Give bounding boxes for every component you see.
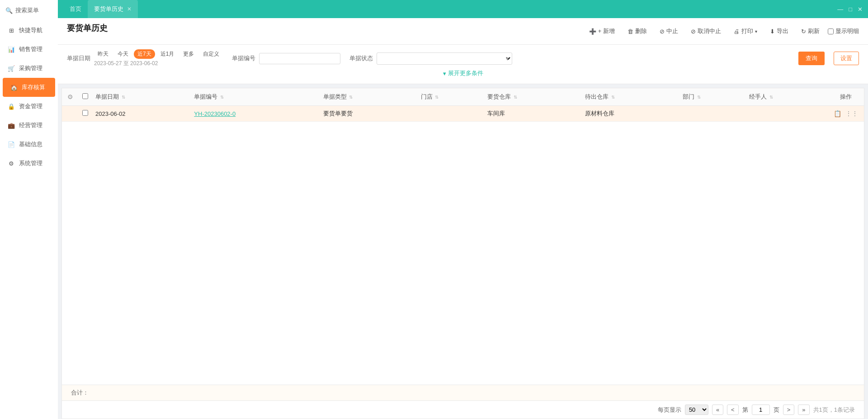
th-store: 门店 ⇅ [417,88,484,106]
sort-icon-dept[interactable]: ⇅ [697,95,701,100]
expand-more-label: 展开更多条件 [448,69,483,77]
footer-total: 合计： [62,385,864,400]
sidebar-item-label: 销售管理 [19,45,42,53]
tab-order-history[interactable]: 要货单历史 ✕ [88,0,138,18]
suspend-button[interactable]: ⊘ 中止 [655,25,683,38]
display-detail-toggle[interactable]: 显示明细 [828,27,859,35]
first-page-btn[interactable]: « [712,405,723,415]
sidebar-item-label: 资金管理 [19,102,42,110]
inventory-icon: 🏠 [10,83,18,91]
row-more-icon[interactable]: ⋮⋮ [845,110,858,117]
tab-close-icon[interactable]: ✕ [127,6,132,12]
total-pages-info: 共1页，1条记录 [813,406,855,414]
settings-button[interactable]: 设置 [834,52,859,65]
topbar: 首页 要货单历史 ✕ — □ ✕ [58,0,868,18]
sidebar-item-label: 快捷导航 [19,26,42,34]
sort-icon-reqwh[interactable]: ⇅ [514,95,517,100]
print-button[interactable]: 🖨 打印 ▾ [729,25,762,38]
sidebar-item-quick-nav[interactable]: ⊞ 快捷导航 [0,21,58,40]
td-doc-date: 2023-06-02 [92,106,190,122]
sidebar-item-basic-info[interactable]: 📄 基础信息 [0,135,58,154]
select-all-checkbox[interactable] [82,93,88,99]
sidebar-search-label: 搜索菜单 [15,6,39,14]
last-page-btn[interactable]: » [798,405,809,415]
page-number-input[interactable] [752,405,770,415]
row-checkbox[interactable] [82,110,88,116]
sort-icon-handler[interactable]: ⇅ [769,95,773,100]
sort-icon-doctype[interactable]: ⇅ [349,95,353,100]
print-icon: 🖨 [734,28,740,35]
sidebar-item-sys-mgmt[interactable]: ⚙ 系统管理 [0,154,58,173]
page-label-before: 第 [742,406,748,414]
print-dropdown-icon: ▾ [755,29,757,34]
sidebar-item-ops-mgmt[interactable]: 💼 经营管理 [0,116,58,135]
minimize-btn[interactable]: — [837,6,843,13]
suspend-icon: ⊘ [660,28,665,35]
sidebar-search[interactable]: 🔍 搜索菜单 [0,0,58,21]
next-page-btn[interactable]: > [783,405,795,415]
th-req-warehouse: 要货仓库 ⇅ [484,88,581,106]
status-select[interactable] [377,52,512,65]
basic-icon: 📄 [7,140,15,148]
tab-home-label: 首页 [70,5,81,13]
date-btn-today[interactable]: 今天 [114,49,132,59]
date-btn-1month[interactable]: 近1月 [157,49,178,59]
filter-area: 单据日期 昨天 今天 近7天 近1月 更多 自定义 2023-05-27 至 2… [58,45,868,84]
sort-icon[interactable]: ⇅ [122,95,125,100]
export-icon: ⬇ [770,28,775,35]
td-store [417,106,484,122]
refresh-icon: ↻ [801,28,806,35]
td-department [679,106,745,122]
sidebar: 🔍 搜索菜单 ⊞ 快捷导航 📊 销售管理 🛒 采购管理 🏠 库存核算 🔒 资金管… [0,0,58,419]
new-button[interactable]: ➕ + 新增 [585,25,619,38]
th-doc-date: 单据日期 ⇅ [92,88,190,106]
new-icon: ➕ [589,28,596,35]
maximize-btn[interactable]: □ [849,6,852,13]
gear-icon[interactable]: ⚙ [67,93,73,100]
date-btn-more[interactable]: 更多 [179,49,198,59]
status-filter-label: 单据状态 [349,54,373,62]
page-size-label: 每页显示 [658,406,681,414]
refresh-button[interactable]: ↻ 刷新 [797,25,824,38]
row-edit-icon[interactable]: 📋 [834,110,841,117]
td-pending-warehouse: 原材料仓库 [581,106,679,122]
tab-order-history-label: 要货单历史 [94,5,123,13]
td-doc-no: YH-20230602-0 [190,106,319,122]
sort-icon-pendwh[interactable]: ⇅ [611,95,615,100]
data-table: ⚙ 单据日期 ⇅ 单据编号 ⇅ [62,88,864,122]
sidebar-item-purchase-mgmt[interactable]: 🛒 采购管理 [0,59,58,78]
close-btn[interactable]: ✕ [858,6,863,13]
sys-icon: ⚙ [7,159,15,167]
query-button[interactable]: 查询 [798,52,825,65]
table-row[interactable]: 2023-06-02 YH-20230602-0 要货单要货 车间库 原材料仓库 [62,106,864,122]
th-checkbox [78,88,92,106]
date-btn-custom[interactable]: 自定义 [199,49,223,59]
page-size-select[interactable]: 50 10 20 100 [685,405,708,415]
filter-row: 单据日期 昨天 今天 近7天 近1月 更多 自定义 2023-05-27 至 2… [67,49,859,67]
display-detail-checkbox[interactable] [828,29,834,34]
cancel-suspend-button[interactable]: ⊘ 取消中止 [686,25,726,38]
doc-no-link[interactable]: YH-20230602-0 [194,110,236,117]
export-button[interactable]: ⬇ 导出 [765,25,793,38]
tab-home[interactable]: 首页 [63,0,88,18]
docno-filter-label: 单据编号 [232,54,255,62]
sidebar-item-sales-mgmt[interactable]: 📊 销售管理 [0,40,58,59]
table-header-row: ⚙ 单据日期 ⇅ 单据编号 ⇅ [62,88,864,106]
expand-more-icon: ▾ [443,70,446,77]
th-pending-warehouse: 待出仓库 ⇅ [581,88,679,106]
date-btn-yesterday[interactable]: 昨天 [94,49,112,59]
docno-input[interactable] [259,53,340,64]
sidebar-item-finance-mgmt[interactable]: 🔒 资金管理 [0,97,58,116]
sidebar-item-label: 经营管理 [19,121,42,129]
delete-button[interactable]: 🗑 删除 [623,25,651,38]
sidebar-item-inventory[interactable]: 🏠 库存核算 [3,78,55,97]
display-detail-label: 显示明细 [835,27,859,35]
delete-icon: 🗑 [627,28,633,35]
expand-more-btn[interactable]: ▾ 展开更多条件 [67,67,859,79]
sort-icon-store[interactable]: ⇅ [435,95,439,100]
prev-page-btn[interactable]: < [727,405,739,415]
sort-icon-docno[interactable]: ⇅ [220,95,224,100]
date-btn-7days[interactable]: 近7天 [134,49,155,59]
sales-icon: 📊 [7,45,15,53]
sidebar-item-label: 基础信息 [19,140,42,148]
